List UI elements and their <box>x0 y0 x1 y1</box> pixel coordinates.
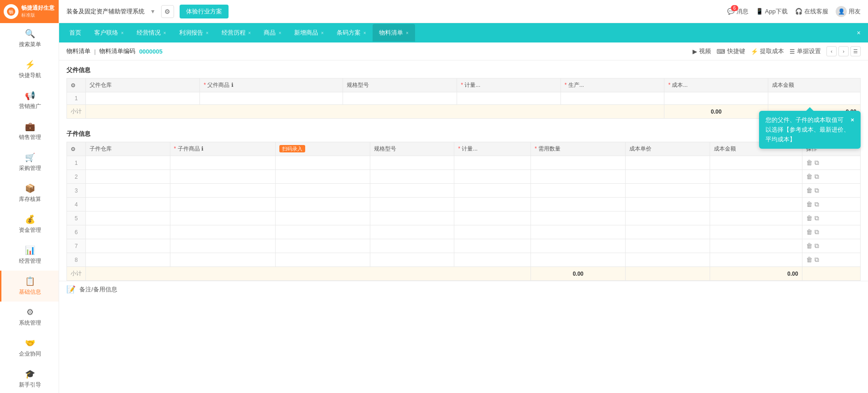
child-row1-unit[interactable] <box>454 156 531 170</box>
delete-icon[interactable]: 🗑 <box>806 159 813 167</box>
message-button[interactable]: 💬 6 消息 <box>727 7 748 16</box>
parent-cell-product[interactable] <box>200 92 343 105</box>
sidebar-item-guide[interactable]: 🎓 新手引导 <box>0 363 59 393</box>
tab-product-close[interactable]: × <box>278 30 281 36</box>
sidebar-item-label: 基础信息 <box>19 288 41 296</box>
tab-barcode-close[interactable]: × <box>363 30 366 36</box>
child-row1-qty[interactable] <box>531 156 626 170</box>
delete-icon[interactable]: 🗑 <box>806 214 813 222</box>
tab-new-product[interactable]: 新增商品 × <box>288 24 330 42</box>
extract-cost-button[interactable]: ⚡ 提取成本 <box>751 47 784 55</box>
copy-icon[interactable]: ⧉ <box>814 200 819 208</box>
sidebar-item-operations[interactable]: 📊 经营管理 <box>0 240 59 271</box>
shortcut-button[interactable]: ⌨ 快捷键 <box>717 47 745 55</box>
avatar: 👤 <box>836 6 847 17</box>
user-button[interactable]: 👤 用友 <box>836 6 861 17</box>
copy-icon[interactable]: ⧉ <box>814 173 819 181</box>
copy-icon[interactable]: ⧉ <box>814 256 819 264</box>
video-button[interactable]: ▶ 视频 <box>693 47 711 55</box>
tab-history-close[interactable]: × <box>248 30 251 36</box>
child-row1-product[interactable] <box>170 156 275 170</box>
child-row2-price[interactable] <box>626 170 710 184</box>
parent-col-amount: 成本金额 <box>768 79 861 92</box>
delete-icon[interactable]: 🗑 <box>806 200 813 208</box>
parent-row-num: 1 <box>67 92 86 105</box>
child-row1-price[interactable] <box>626 156 710 170</box>
child-subtotal-qty: 0.00 <box>531 267 626 281</box>
sidebar-item-inventory[interactable]: 📦 库存核算 <box>0 178 59 209</box>
tab-barcode[interactable]: 条码方案 × <box>330 24 373 42</box>
sidebar-item-marketing[interactable]: 📢 营销推广 <box>0 85 59 116</box>
system-icon: ⚙ <box>26 307 34 317</box>
tab-history[interactable]: 经营历程 × <box>215 24 258 42</box>
delete-icon[interactable]: 🗑 <box>806 256 813 264</box>
sidebar-item-system[interactable]: ⚙ 系统管理 <box>0 302 59 333</box>
video-label: 视频 <box>699 47 711 55</box>
parent-cell-spec[interactable] <box>343 92 457 105</box>
sidebar-item-quicknav[interactable]: ⚡ 快捷导航 <box>0 54 59 85</box>
parent-cell-warehouse[interactable] <box>86 92 200 105</box>
copy-icon[interactable]: ⧉ <box>814 242 819 250</box>
sidebar-item-purchase[interactable]: 🛒 采购管理 <box>0 147 59 178</box>
prev-page-button[interactable]: ‹ <box>826 46 837 56</box>
sidebar-item-basic[interactable]: 📋 基础信息 <box>0 271 59 302</box>
child-row2-unit[interactable] <box>454 170 531 184</box>
child-row2-spec[interactable] <box>370 170 454 184</box>
tab-profit[interactable]: 利润报告 × <box>173 24 215 42</box>
copy-icon[interactable]: ⧉ <box>814 187 819 194</box>
delete-icon[interactable]: 🗑 <box>806 228 813 236</box>
delete-icon[interactable]: 🗑 <box>806 173 813 181</box>
tab-newprod-close[interactable]: × <box>321 30 324 36</box>
tab-product[interactable]: 商品 × <box>257 24 288 42</box>
sidebar-item-finance[interactable]: 💰 资金管理 <box>0 209 59 240</box>
tab-ops-close[interactable]: × <box>163 30 166 36</box>
tab-customer[interactable]: 客户联络 × <box>88 24 130 42</box>
tab-operations-status[interactable]: 经营情况 × <box>130 24 173 42</box>
child-row2-product[interactable] <box>170 170 275 184</box>
child-col-warehouse: 子件仓库 <box>86 142 170 156</box>
tab-bom-close[interactable]: × <box>406 30 409 36</box>
child-row2-scan <box>275 170 370 184</box>
settings-button[interactable]: ⚙ <box>161 5 174 18</box>
delete-icon[interactable]: 🗑 <box>806 187 813 194</box>
delete-icon[interactable]: 🗑 <box>806 242 813 250</box>
child-col-gear[interactable]: ⚙ <box>67 142 86 156</box>
parent-cell-amount <box>768 92 861 105</box>
child-col-scan[interactable]: 扫码录入 <box>275 142 370 156</box>
child-row1-spec[interactable] <box>370 156 454 170</box>
list-view-button[interactable]: ☰ <box>850 46 861 56</box>
basic-icon: 📋 <box>25 276 35 286</box>
sidebar-item-label: 营销推广 <box>19 103 41 110</box>
parent-col-gear[interactable]: ⚙ <box>67 79 86 92</box>
table-row: 2 🗑 ⧉ <box>67 170 861 184</box>
tab-customer-close[interactable]: × <box>121 30 124 36</box>
child-row1-action: 🗑 ⧉ <box>802 156 860 170</box>
sidebar-item-label: 经营管理 <box>19 257 41 265</box>
tab-profit-close[interactable]: × <box>206 30 209 36</box>
child-row1-warehouse[interactable] <box>86 156 170 170</box>
next-page-button[interactable]: › <box>838 46 849 56</box>
page-nav: ‹ › ☰ <box>826 46 861 56</box>
tooltip-close-button[interactable]: × <box>850 115 854 125</box>
sidebar-item-sales[interactable]: 💼 销售管理 <box>0 116 59 147</box>
close-all-tabs[interactable]: × <box>853 27 864 38</box>
table-row: 1 🗑 ⧉ <box>67 156 861 170</box>
copy-icon[interactable]: ⧉ <box>814 228 819 236</box>
parent-cell-produce[interactable] <box>561 92 664 105</box>
trial-button[interactable]: 体验行业方案 <box>180 5 229 18</box>
sidebar-item-enterprise[interactable]: 🤝 企业协同 <box>0 333 59 363</box>
bottom-bar[interactable]: 📝 备注/备用信息 <box>59 281 868 297</box>
sidebar-item-search[interactable]: 🔍 搜索菜单 <box>0 23 59 54</box>
copy-icon[interactable]: ⧉ <box>814 214 819 222</box>
parent-cell-cost[interactable] <box>664 92 768 105</box>
app-download-button[interactable]: 📱 App下载 <box>756 7 788 16</box>
parent-subtotal-value: 0.00 <box>664 105 768 119</box>
child-row2-qty[interactable] <box>531 170 626 184</box>
tab-bom[interactable]: 物料清单 × <box>373 24 415 42</box>
online-service-button[interactable]: 🎧 在线客服 <box>795 7 828 16</box>
parent-cell-unit[interactable] <box>457 92 561 105</box>
copy-icon[interactable]: ⧉ <box>814 159 819 167</box>
child-row2-warehouse[interactable] <box>86 170 170 184</box>
tab-home[interactable]: 首页 <box>63 24 88 42</box>
single-settings-button[interactable]: ☰ 单据设置 <box>790 47 821 55</box>
